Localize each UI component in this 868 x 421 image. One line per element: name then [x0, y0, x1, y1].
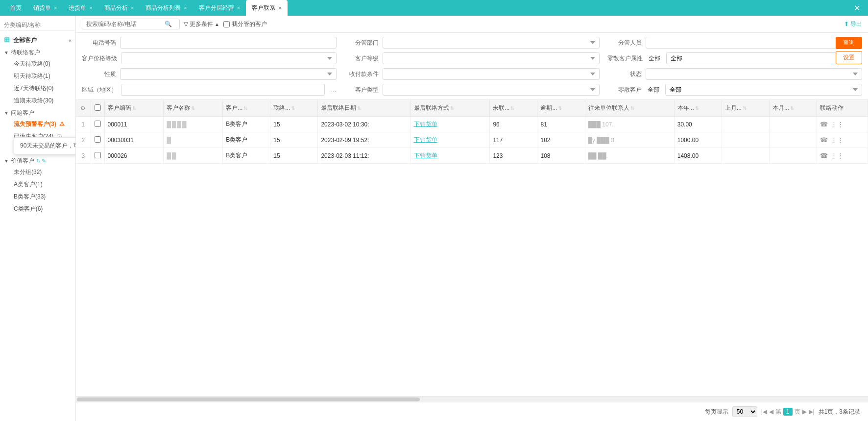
filter-input-person[interactable]: [646, 37, 850, 49]
last-way-link-0[interactable]: 下销货单: [414, 121, 437, 127]
sort-last-way-icon[interactable]: ⇅: [450, 105, 454, 111]
sidebar-item-today[interactable]: 今天待联络(0): [0, 58, 75, 70]
row-checkbox-0[interactable]: [95, 121, 101, 127]
tab-sales-close[interactable]: ×: [54, 5, 57, 11]
filter-select-retail-attr[interactable]: 全部: [666, 52, 862, 64]
arrow-down-icon-3: ▼: [4, 158, 9, 164]
filter-search-container: 🔍: [82, 19, 180, 29]
tab-customer-layer-close[interactable]: ×: [237, 5, 240, 11]
search-icon[interactable]: 🔍: [165, 21, 172, 27]
cell-contact-2: 15: [270, 148, 318, 164]
sort-last-month-icon[interactable]: ⇅: [743, 105, 747, 111]
tab-sales[interactable]: 销货单 ×: [27, 0, 63, 16]
action-more-icon-2[interactable]: ⋮⋮: [831, 152, 844, 159]
tab-analysis[interactable]: 商品分析 ×: [98, 0, 140, 16]
cell-this-year-0: 30.00: [674, 117, 722, 132]
action-contact-icon-2[interactable]: ☎: [820, 152, 828, 159]
th-checkbox: [91, 100, 104, 117]
cell-check-1: [91, 132, 104, 148]
filter-input-region[interactable]: [121, 84, 325, 96]
sidebar-collapse-icon[interactable]: «: [69, 37, 72, 43]
sort-overdue-icon[interactable]: ⇅: [558, 105, 562, 111]
action-contact-icon-0[interactable]: ☎: [820, 121, 828, 128]
sort-unit-icon[interactable]: ⇅: [630, 105, 634, 111]
page-prev-icon[interactable]: ◀: [769, 408, 773, 415]
filter-select-price-level[interactable]: [121, 52, 337, 64]
last-way-link-2[interactable]: 下销货单: [414, 152, 437, 159]
refresh-icon[interactable]: ↻: [36, 158, 41, 164]
filter-input-phone[interactable]: [120, 37, 337, 49]
scroll-thumb[interactable]: [77, 397, 420, 401]
tab-home[interactable]: 首页: [4, 0, 27, 16]
filter-select-dept[interactable]: [383, 37, 599, 49]
tooltip-churn: 90天未交易的客户，可能有流失风险。: [14, 137, 76, 154]
edit-icon[interactable]: ✎: [42, 158, 46, 164]
row-checkbox-2[interactable]: [95, 152, 101, 158]
sort-contact-icon[interactable]: ⇅: [291, 105, 295, 111]
tab-analysis-list-close[interactable]: ×: [184, 5, 187, 11]
page-last-icon[interactable]: ▶|: [809, 408, 815, 415]
sidebar-group-problem[interactable]: ▼ 问题客户: [0, 107, 75, 118]
tab-purchase[interactable]: 进货单 ×: [63, 0, 98, 16]
per-page-select[interactable]: 50 100: [732, 406, 757, 417]
mine-checkbox[interactable]: [223, 21, 230, 27]
filter-search-input[interactable]: [86, 21, 165, 27]
sidebar-item-unclassified[interactable]: 未分组(32): [0, 166, 75, 178]
action-contact-icon-1[interactable]: ☎: [820, 136, 828, 144]
tab-customer-layer[interactable]: 客户分层经营 ×: [193, 0, 246, 16]
filter-select-status[interactable]: [646, 68, 862, 80]
settings-col-icon[interactable]: ⚙: [80, 105, 86, 112]
th-settings[interactable]: ⚙: [76, 100, 91, 117]
tab-bar-close-all[interactable]: ✕: [850, 3, 864, 13]
page-first-icon[interactable]: |◀: [761, 408, 767, 415]
filter-row-customer-level: 客户等级: [344, 52, 599, 64]
sidebar-item-class-b[interactable]: B类客户(33): [0, 191, 75, 203]
select-all-checkbox[interactable]: [95, 104, 101, 111]
filter-label-payment: 收付款条件: [344, 70, 379, 78]
cell-last-month-2: [722, 148, 769, 164]
tab-analysis-list[interactable]: 商品分析列表 ×: [140, 0, 193, 16]
sidebar-item-class-c[interactable]: C类客户(6): [0, 203, 75, 215]
th-this-year: 本年... ⇅: [674, 100, 722, 117]
tab-customer-contact-close[interactable]: ×: [278, 5, 281, 11]
more-dots-region[interactable]: …: [331, 86, 337, 93]
sidebar-all-customers[interactable]: ⊞ 全部客户 «: [0, 34, 75, 47]
sidebar-group-pending[interactable]: ▼ 待联络客户: [0, 47, 75, 58]
sidebar-item-class-a[interactable]: A类客户(1): [0, 178, 75, 191]
sort-this-month-icon[interactable]: ⇅: [790, 105, 794, 111]
row-checkbox-1[interactable]: [95, 136, 101, 143]
filter-select-retail[interactable]: 全部: [665, 84, 862, 96]
filter-select-nature[interactable]: [120, 68, 337, 80]
sort-last-date-icon[interactable]: ⇅: [357, 105, 361, 111]
tab-purchase-close[interactable]: ×: [89, 5, 92, 11]
horizontal-scrollbar[interactable]: [76, 396, 868, 402]
page-next-icon[interactable]: ▶: [802, 408, 807, 415]
sort-code-icon[interactable]: ⇅: [132, 105, 136, 111]
sidebar-item-churn-warning[interactable]: 流失预警客户(3) ⚠: [0, 118, 75, 130]
settings-btn[interactable]: 设置: [836, 51, 862, 64]
export-btn[interactable]: ⬆ 导出: [844, 20, 862, 28]
action-more-icon-0[interactable]: ⋮⋮: [831, 121, 844, 128]
tab-customer-contact[interactable]: 客户联系 ×: [246, 0, 287, 16]
sort-year-icon[interactable]: ⇅: [695, 105, 699, 111]
sidebar-search-input[interactable]: [4, 22, 76, 28]
last-way-link-1[interactable]: 下销货单: [414, 136, 437, 143]
filter-select-customer-level[interactable]: [383, 52, 599, 64]
filter-row-retail: 零散客户 全部 全部: [607, 84, 862, 96]
sidebar-item-tomorrow[interactable]: 明天待联络(1): [0, 70, 75, 82]
tab-analysis-close[interactable]: ×: [131, 5, 134, 11]
sidebar-item-overdue[interactable]: 逾期未联络(30): [0, 95, 75, 107]
sidebar-group-value[interactable]: ▼ 价值客户 ↻ ✎: [0, 155, 75, 166]
sort-name-icon[interactable]: ⇅: [191, 105, 195, 111]
sort-not-contacted-icon[interactable]: ⇅: [510, 105, 514, 111]
filter-select-payment[interactable]: [383, 68, 599, 80]
filter-row-payment: 收付款条件: [344, 68, 599, 80]
filter-select-ctype[interactable]: [383, 84, 599, 96]
sidebar-item-7days[interactable]: 近7天待联络(0): [0, 82, 75, 95]
filter-more-btn[interactable]: ▽ 更多条件 ▲: [184, 20, 219, 28]
sort-type-icon[interactable]: ⇅: [243, 105, 247, 111]
filter-label-retail: 零散客户: [607, 86, 642, 94]
table-row: 2 00030031 █ B类客户 15 2023-02-09 19:52: 下…: [76, 132, 868, 148]
action-more-icon-1[interactable]: ⋮⋮: [831, 136, 844, 144]
query-btn[interactable]: 查询: [836, 37, 862, 49]
